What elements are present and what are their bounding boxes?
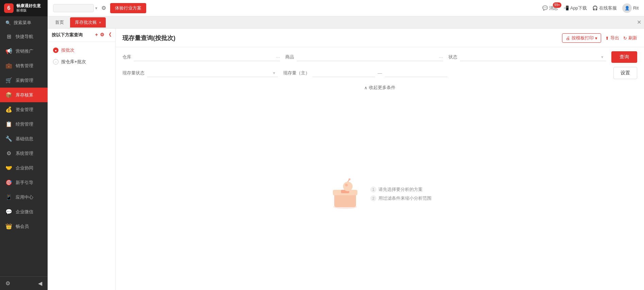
topbar-search-input[interactable] xyxy=(53,4,94,12)
membership-icon: 👑 xyxy=(5,223,12,230)
empty-svg xyxy=(328,177,362,211)
refresh-label: 刷新 xyxy=(628,35,637,41)
product-input-container: ··· xyxy=(297,53,443,61)
topbar-actions: 💬 消息 99+ 📲 App下载 🎧 在线客服 👤 Rit xyxy=(542,3,639,13)
empty-tip-1: 1 请先选择要分析的方案 xyxy=(370,186,431,193)
filter-area: 仓库 ··· 商品 ··· 状态 xyxy=(116,47,644,97)
sidebar-logo: 6 xyxy=(4,3,14,13)
inventory-status-select[interactable]: ▾ xyxy=(147,69,278,77)
right-content: 现存量查询(按批次) 🖨 按模板打印 ▾ ⬆ 导出 ↻ xyxy=(116,29,644,290)
search-icon: 🔍 xyxy=(5,20,11,25)
sidebar-item-app-center[interactable]: 📱 应用中心 xyxy=(0,190,48,204)
print-button[interactable]: 🖨 按模板打印 ▾ xyxy=(562,33,601,43)
purchase-icon: 🛒 xyxy=(5,77,12,84)
message-action[interactable]: 💬 消息 99+ xyxy=(542,5,558,11)
empty-illustration xyxy=(328,177,362,211)
scheme-by-batch[interactable]: ● 按批次 xyxy=(48,44,115,56)
export-icon: ⬆ xyxy=(605,36,609,41)
inventory-amount-to-input[interactable] xyxy=(385,69,447,77)
sidebar-search[interactable]: 🔍 搜索菜单 xyxy=(0,16,48,29)
left-panel-header: 按以下方案查询 + ⚙ 《 xyxy=(48,29,115,42)
sidebar-item-finance[interactable]: 💰 资金管理 xyxy=(0,102,48,117)
add-scheme-icon[interactable]: + xyxy=(95,32,98,38)
app-center-icon: 📱 xyxy=(5,194,12,200)
svg-point-4 xyxy=(343,182,353,191)
collapse-conditions-button[interactable]: ∧ 收起更多条件 xyxy=(364,85,395,91)
svg-point-5 xyxy=(345,184,348,186)
tip-2-text: 用过滤条件来缩小分析范围 xyxy=(378,195,431,201)
collapse-sidebar-icon[interactable]: ◀ xyxy=(38,280,42,287)
topbar: ▾ ⚙ 体验行业方案 💬 消息 99+ 📲 App下载 🎧 在线客服 👤 Rit xyxy=(48,0,644,16)
tab-inventory-batch-label: 库存批次账 xyxy=(75,19,97,25)
message-badge: 99+ xyxy=(553,2,561,8)
product-filter-label: 商品 xyxy=(285,54,294,60)
sidebar-footer: ⚙ ◀ xyxy=(0,276,48,290)
sidebar-item-operations[interactable]: 📋 经营管理 xyxy=(0,117,48,131)
export-label: 导出 xyxy=(610,35,619,41)
export-button[interactable]: ⬆ 导出 xyxy=(605,35,619,41)
tab-panel-close-icon[interactable]: ✕ xyxy=(637,19,641,25)
sidebar-item-enterprise[interactable]: 🤝 企业协同 xyxy=(0,161,48,175)
finance-icon: 💰 xyxy=(5,106,12,113)
user-profile-action[interactable]: 👤 Rit xyxy=(622,3,639,13)
refresh-button[interactable]: ↻ 刷新 xyxy=(623,35,637,41)
refresh-icon: ↻ xyxy=(623,36,627,41)
operations-icon: 📋 xyxy=(5,121,12,127)
topbar-gear-icon[interactable]: ⚙ xyxy=(101,5,106,11)
topbar-chevron-icon[interactable]: ▾ xyxy=(95,6,97,11)
empty-state: 1 请先选择要分析的方案 2 用过滤条件来缩小分析范围 xyxy=(116,97,644,290)
sidebar-item-label: 应用中心 xyxy=(16,194,33,200)
print-label: 按模板打印 xyxy=(572,35,594,41)
system-icon: ⚙ xyxy=(5,150,12,157)
sidebar-item-sales[interactable]: 💼 销售管理 xyxy=(0,58,48,73)
sidebar-app-title: 畅康通好生意 xyxy=(16,3,41,8)
sidebar-item-label: 新手引导 xyxy=(16,180,33,186)
app-download-action[interactable]: 📲 App下载 xyxy=(563,5,587,11)
sidebar-item-label: 基础信息 xyxy=(16,136,33,142)
filter-collapse-row: ∧ 收起更多条件 xyxy=(122,83,637,92)
sidebar-item-membership[interactable]: 👑 畅会员 xyxy=(0,219,48,234)
tab-home[interactable]: 首页 xyxy=(50,17,69,28)
sidebar-item-inventory[interactable]: 📦 库存核算 xyxy=(0,88,48,102)
basics-icon: 🔧 xyxy=(5,135,12,142)
warehouse-more-icon[interactable]: ··· xyxy=(276,54,280,60)
inventory-icon: 📦 xyxy=(5,92,12,98)
tip-2-number: 2 xyxy=(370,195,376,201)
sidebar-item-label: 企业微信 xyxy=(16,209,33,215)
sidebar-item-label: 经营管理 xyxy=(16,121,33,127)
inventory-amount-filter: 现存量（主） — xyxy=(283,69,447,77)
sidebar-item-marketing[interactable]: 📢 营销推广 xyxy=(0,44,48,58)
product-more-icon[interactable]: ··· xyxy=(439,54,443,60)
sidebar-item-basics[interactable]: 🔧 基础信息 xyxy=(0,131,48,146)
scheme-by-warehouse-batch[interactable]: ○ 按仓库+批次 xyxy=(48,56,115,68)
query-button[interactable]: 查询 xyxy=(611,51,637,63)
tab-inventory-batch[interactable]: 库存批次账 × xyxy=(70,17,106,28)
sidebar-item-quick-nav[interactable]: ⊞ 快捷导航 xyxy=(0,29,48,44)
warehouse-input[interactable] xyxy=(134,53,276,61)
sidebar-item-enterprise-wechat[interactable]: 💬 企业微信 xyxy=(0,204,48,219)
settings-icon[interactable]: ⚙ xyxy=(5,280,10,287)
product-input[interactable] xyxy=(297,53,439,61)
sidebar-item-label: 营销推广 xyxy=(16,48,33,54)
collapse-panel-icon[interactable]: 《 xyxy=(106,32,111,38)
inventory-amount-from-input[interactable] xyxy=(312,69,375,77)
status-select[interactable]: ▾ xyxy=(460,53,606,61)
message-icon: 💬 xyxy=(542,5,548,11)
online-service-action[interactable]: 🎧 在线客服 xyxy=(592,5,617,11)
tab-close-icon[interactable]: × xyxy=(99,20,101,24)
main-area: ▾ ⚙ 体验行业方案 💬 消息 99+ 📲 App下载 🎧 在线客服 👤 Rit xyxy=(48,0,644,290)
sidebar-item-newcomer[interactable]: 🎯 新手引导 xyxy=(0,175,48,190)
sidebar-item-label: 企业协同 xyxy=(16,165,33,171)
query-title-row: 现存量查询(按批次) 🖨 按模板打印 ▾ ⬆ 导出 ↻ xyxy=(122,33,637,43)
trial-industry-button[interactable]: 体验行业方案 xyxy=(110,3,146,13)
sidebar-item-purchase[interactable]: 🛒 采购管理 xyxy=(0,73,48,88)
empty-tip-2: 2 用过滤条件来缩小分析范围 xyxy=(370,195,431,201)
empty-tips: 1 请先选择要分析的方案 2 用过滤条件来缩小分析范围 xyxy=(370,186,431,201)
sidebar-item-system[interactable]: ⚙ 系统管理 xyxy=(0,146,48,161)
sidebar-search-label: 搜索菜单 xyxy=(14,20,31,26)
settings-button[interactable]: 设置 xyxy=(613,67,637,79)
app-download-label: App下载 xyxy=(570,5,587,11)
left-panel: 按以下方案查询 + ⚙ 《 ● 按批次 ○ 按仓库+批次 xyxy=(48,29,116,290)
settings-scheme-icon[interactable]: ⚙ xyxy=(100,32,104,38)
app-download-icon: 📲 xyxy=(563,5,569,11)
